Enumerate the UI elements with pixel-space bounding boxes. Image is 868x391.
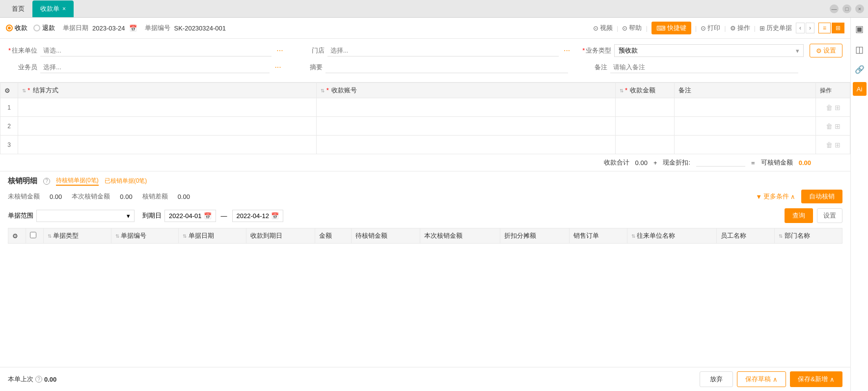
discount-input[interactable] [696, 159, 745, 167]
sidebar-link-icon[interactable]: 🔗 [853, 63, 867, 76]
doc-num-info: 单据编号 SK-20230324-001 [145, 24, 226, 32]
table-settings-col[interactable]: ⚙ [0, 83, 18, 98]
remark-cell[interactable] [674, 117, 815, 136]
col-remark: 备注 [674, 83, 815, 98]
current-verify-label: 本次核销金额 [72, 192, 110, 201]
vcol-dept: ⇅ 部门名称 [775, 228, 842, 244]
vcol-doc-num: ⇅ 单据编号 [111, 228, 179, 244]
verify-title: 核销明细 [8, 176, 37, 186]
action-video[interactable]: ⊙ 视频 [593, 24, 613, 32]
action-operate-label: 操作 [737, 24, 750, 32]
nav-prev-button[interactable]: ‹ [796, 23, 805, 33]
store-field: 门店 ··· [285, 45, 572, 56]
order-label: 本单上次 [8, 375, 33, 384]
action-shortcut-button[interactable]: ⌨ 快捷键 [651, 22, 691, 34]
counterpart-input[interactable] [40, 45, 271, 56]
store-more-icon[interactable]: ··· [562, 46, 572, 55]
action-operate[interactable]: ⚙ 操作 [730, 24, 750, 32]
summary-label: 摘要 [293, 63, 323, 72]
video-icon: ⊙ [593, 25, 598, 32]
radio-receive[interactable]: 收款 [6, 24, 27, 32]
copy-icon[interactable]: ⊞ [835, 141, 841, 149]
counterpart-more-icon[interactable]: ··· [274, 46, 285, 55]
order-info-icon[interactable]: ? [35, 376, 42, 383]
tab-home[interactable]: 首页 [4, 0, 32, 17]
settings-button[interactable]: ⚙ 设置 [810, 44, 842, 57]
verify-settings-button[interactable]: 设置 [817, 208, 842, 223]
vcol-current: 本次核销金额 [420, 228, 500, 244]
tab-pending[interactable]: 待核销单据(0笔) [56, 176, 99, 186]
remark-field: 备注 [568, 61, 798, 73]
copy-icon[interactable]: ⊞ [835, 122, 841, 130]
verify-info-icon[interactable]: ? [43, 178, 50, 185]
settlement-cell[interactable] [18, 136, 317, 154]
remark-input[interactable] [610, 61, 798, 73]
view-grid-button[interactable]: ⊞ [832, 23, 844, 33]
salesperson-more-icon[interactable]: ··· [272, 63, 283, 72]
summary-input[interactable] [326, 61, 569, 73]
action-history[interactable]: ⊞ 历史单据 [760, 24, 792, 32]
action-print[interactable]: ⊙ 打印 [701, 24, 720, 32]
sidebar-doc-icon[interactable]: ◫ [853, 42, 866, 57]
col-action-header: 操作 [816, 83, 850, 98]
view-list-button[interactable]: ≡ [818, 23, 831, 33]
remark-cell[interactable] [674, 98, 815, 117]
right-sidebar: ▣ ◫ 🔗 Ai [850, 18, 868, 391]
vcol-due-date: 收款到期日 [246, 228, 315, 244]
abandon-button[interactable]: 放弃 [700, 371, 733, 387]
unverified-label: 未核销金额 [8, 192, 40, 201]
calendar-icon[interactable]: 📅 [129, 25, 137, 32]
store-input[interactable] [327, 45, 559, 56]
due-date-end[interactable]: 2022-04-12 📅 [232, 210, 284, 222]
save-new-button[interactable]: 保存&新增 ∧ [790, 371, 842, 387]
tab-done[interactable]: 已核销单据(0笔) [105, 177, 147, 185]
close-button[interactable]: × [855, 4, 864, 13]
col-amount: ⇅ * 收款金额 [615, 83, 674, 98]
nav-next-button[interactable]: › [806, 23, 814, 33]
delete-icon[interactable]: 🗑 [826, 141, 833, 149]
main-container: 收款 退款 单据日期 2023-03-24 📅 单据编号 SK-20230324… [0, 18, 850, 391]
shortcut-icon: ⌨ [656, 25, 666, 32]
diff-label: 核销差额 [142, 192, 168, 201]
action-help[interactable]: ⊙ 帮助 [622, 24, 642, 32]
account-cell[interactable] [317, 136, 615, 154]
radio-refund[interactable]: 退款 [33, 24, 55, 32]
query-button[interactable]: 查询 [785, 208, 813, 223]
minimize-button[interactable]: — [830, 4, 839, 13]
business-type-select[interactable]: 预收款 ▾ [614, 44, 804, 57]
remark-cell[interactable] [674, 136, 815, 154]
verify-header: 核销明细 ? 待核销单据(0笔) 已核销单据(0笔) [8, 176, 842, 186]
action-shortcut-label: 快捷键 [667, 24, 686, 32]
action-cell: 🗑 ⊞ [816, 98, 850, 117]
verify-section: 核销明细 ? 待核销单据(0笔) 已核销单据(0笔) 未核销金额 0.00 本次… [0, 171, 850, 367]
tab-close-icon[interactable]: × [62, 5, 66, 12]
chevron-up-icon: ∧ [790, 193, 795, 200]
account-cell[interactable] [317, 117, 615, 136]
maximize-button[interactable]: □ [842, 4, 851, 13]
amount-cell[interactable] [615, 136, 674, 154]
action-cell: 🗑 ⊞ [816, 117, 850, 136]
auto-verify-button[interactable]: 自动核销 [801, 190, 842, 203]
doc-range-select[interactable]: ▾ [36, 210, 135, 222]
more-conditions-link[interactable]: ▼ 更多条件 ∧ [756, 192, 795, 201]
vcol-settings[interactable]: ⚙ [8, 228, 26, 244]
due-date-start[interactable]: 2022-04-01 📅 [164, 210, 216, 222]
settlement-cell[interactable] [18, 98, 317, 117]
delete-icon[interactable]: 🗑 [826, 122, 833, 130]
amount-cell[interactable] [615, 98, 674, 117]
settlement-cell[interactable] [18, 117, 317, 136]
form-row-2: 业务员 ··· 摘要 备注 [8, 61, 842, 73]
print-icon: ⊙ [701, 25, 706, 32]
salesperson-input[interactable] [40, 61, 270, 73]
toolbar-nav: ‹ › [796, 23, 814, 33]
delete-icon[interactable]: 🗑 [826, 104, 833, 112]
select-all-checkbox[interactable] [30, 232, 36, 238]
copy-icon[interactable]: ⊞ [835, 104, 841, 112]
amount-cell[interactable] [615, 117, 674, 136]
row-num: 1 [0, 98, 18, 117]
save-draft-button[interactable]: 保存草稿 ∧ [737, 371, 786, 387]
tab-current[interactable]: 收款单 × [32, 0, 74, 17]
sidebar-ai-button[interactable]: Ai [853, 82, 867, 96]
sidebar-table-icon[interactable]: ▣ [853, 22, 866, 36]
account-cell[interactable] [317, 98, 615, 117]
